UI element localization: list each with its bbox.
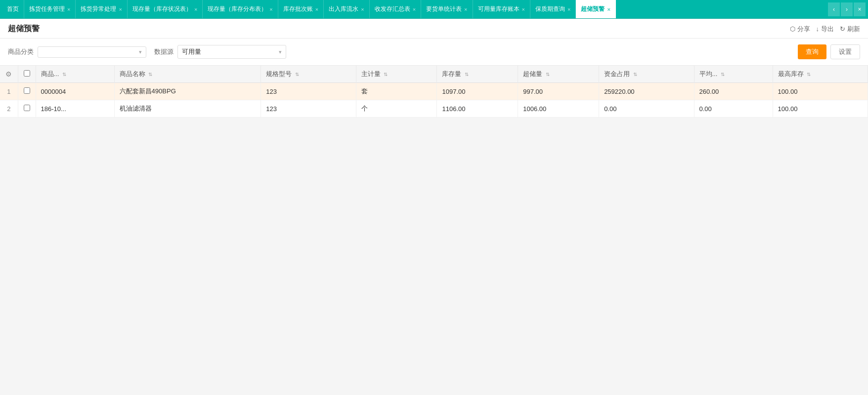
page-title: 超储预警 xyxy=(8,24,40,34)
col-max-stock-label: 最高库存 xyxy=(778,70,804,78)
col-header-stock[interactable]: 库存量 ⇅ xyxy=(437,66,518,83)
col-code-label: 商品... xyxy=(41,70,59,78)
nav-tab-expiry-close[interactable]: × xyxy=(567,6,570,12)
nav-close-button[interactable]: × xyxy=(854,2,866,16)
nav-tab-batch[interactable]: 库存批次账 × xyxy=(278,0,324,19)
col-header-capital[interactable]: 资金占用 ⇅ xyxy=(599,66,694,83)
nav-tab-stock-dist-label: 现存量（库存分布表） xyxy=(208,5,267,13)
nav-tab-order-stat[interactable]: 要货单统计表 × xyxy=(421,0,473,19)
table-row: 2 186-10... 机油滤清器 123 个 1106.00 1006.00 … xyxy=(0,100,868,118)
refresh-button[interactable]: ↻ 刷新 xyxy=(840,25,860,34)
col-name-sort-icon: ⇅ xyxy=(148,72,152,77)
row-checkbox-0[interactable] xyxy=(24,87,30,94)
col-name-label: 商品名称 xyxy=(120,70,145,78)
datasource-label: 数据源 xyxy=(154,47,174,56)
overstock-table: ⚙ 商品... ⇅ 商品名称 ⇅ 规格型号 ⇅ 主计量 xyxy=(0,66,868,118)
nav-tab-order-stat-close[interactable]: × xyxy=(464,6,467,12)
refresh-icon: ↻ xyxy=(840,25,845,33)
datasource-select[interactable]: 可用量 ▾ xyxy=(177,45,286,59)
category-select[interactable]: ▾ xyxy=(38,46,146,58)
row-checkbox-cell-1[interactable] xyxy=(18,100,36,118)
nav-tab-order-stat-label: 要货单统计表 xyxy=(426,5,462,13)
col-overstock-sort-icon: ⇅ xyxy=(546,72,550,77)
row-num-0: 1 xyxy=(0,83,18,100)
category-label: 商品分类 xyxy=(8,47,34,56)
nav-tab-stock-status-close[interactable]: × xyxy=(194,6,197,12)
col-settings[interactable]: ⚙ xyxy=(0,66,18,83)
col-header-avg[interactable]: 平均... ⇅ xyxy=(694,66,773,83)
row-avg-0: 260.00 xyxy=(694,83,773,100)
col-capital-sort-icon: ⇅ xyxy=(633,72,637,77)
settings-button[interactable]: 设置 xyxy=(830,44,860,59)
settings-gear-icon: ⚙ xyxy=(5,70,12,78)
nav-next-button[interactable]: › xyxy=(841,2,853,16)
export-button[interactable]: ↓ 导出 xyxy=(816,25,834,34)
datasource-chevron-icon: ▾ xyxy=(279,49,282,55)
table-container: ⚙ 商品... ⇅ 商品名称 ⇅ 规格型号 ⇅ 主计量 xyxy=(0,66,868,118)
col-spec-sort-icon: ⇅ xyxy=(295,72,299,77)
filter-bar: 商品分类 ▾ 数据源 可用量 ▾ 查询 设置 xyxy=(0,39,868,66)
table-header-row: ⚙ 商品... ⇅ 商品名称 ⇅ 规格型号 ⇅ 主计量 xyxy=(0,66,868,83)
col-select-all[interactable] xyxy=(18,66,36,83)
nav-tab-task-mgmt-close[interactable]: × xyxy=(67,6,70,12)
nav-tab-expiry-label: 保质期查询 xyxy=(535,5,565,13)
row-checkbox-cell-0[interactable] xyxy=(18,83,36,100)
row-unit-0: 套 xyxy=(356,83,437,100)
table-body: 1 0000004 六配套新昌490BPG 123 套 1097.00 997.… xyxy=(0,83,868,118)
share-button[interactable]: ⬡ 分享 xyxy=(790,25,810,34)
nav-tab-inout[interactable]: 出入库流水 × xyxy=(324,0,369,19)
query-button[interactable]: 查询 xyxy=(798,44,826,59)
nav-tab-collect-close[interactable]: × xyxy=(413,6,416,12)
nav-tab-inout-close[interactable]: × xyxy=(361,6,364,12)
col-header-overstock[interactable]: 超储量 ⇅ xyxy=(518,66,599,83)
row-num-1: 2 xyxy=(0,100,18,118)
nav-prev-button[interactable]: ‹ xyxy=(828,2,840,16)
row-checkbox-1[interactable] xyxy=(24,105,30,111)
page-header: 超储预警 ⬡ 分享 ↓ 导出 ↻ 刷新 xyxy=(0,19,868,39)
nav-tab-overstock-close[interactable]: × xyxy=(607,6,610,12)
header-actions: ⬡ 分享 ↓ 导出 ↻ 刷新 xyxy=(790,25,861,34)
nav-tab-stock-dist[interactable]: 现存量（库存分布表） × xyxy=(203,0,278,19)
nav-tab-inout-label: 出入库流水 xyxy=(329,5,358,13)
col-code-sort-icon: ⇅ xyxy=(62,72,66,77)
col-max-stock-sort-icon: ⇅ xyxy=(807,72,811,77)
datasource-value: 可用量 xyxy=(182,47,201,56)
nav-tab-collect[interactable]: 收发存汇总表 × xyxy=(370,0,421,19)
nav-tab-abnormal-label: 拣货异常处理 xyxy=(81,5,116,13)
col-spec-label: 规格型号 xyxy=(266,70,292,78)
col-header-unit[interactable]: 主计量 ⇅ xyxy=(356,66,437,83)
select-all-checkbox[interactable] xyxy=(24,70,30,77)
col-header-code[interactable]: 商品... ⇅ xyxy=(36,66,114,83)
nav-tab-overstock-label: 超储预警 xyxy=(581,5,605,13)
row-stock-1: 1106.00 xyxy=(437,100,518,118)
top-navigation: 首页 拣货任务管理 × 拣货异常处理 × 现存量（库存状况表） × 现存量（库存… xyxy=(0,0,868,19)
col-unit-sort-icon: ⇅ xyxy=(384,72,388,77)
nav-tab-avail-ledger-close[interactable]: × xyxy=(522,6,525,12)
nav-tab-home[interactable]: 首页 xyxy=(2,0,24,19)
nav-tab-stock-status-label: 现存量（库存状况表） xyxy=(132,5,192,13)
category-chevron-icon: ▾ xyxy=(139,49,142,55)
row-name-0: 六配套新昌490BPG xyxy=(114,83,261,100)
nav-tab-batch-close[interactable]: × xyxy=(315,6,318,12)
col-stock-label: 库存量 xyxy=(442,70,461,78)
share-icon: ⬡ xyxy=(790,25,795,33)
row-stock-0: 1097.00 xyxy=(437,83,518,100)
nav-tab-stock-status[interactable]: 现存量（库存状况表） × xyxy=(128,0,203,19)
nav-tab-avail-ledger[interactable]: 可用量库存账本 × xyxy=(473,0,530,19)
nav-tab-overstock[interactable]: 超储预警 × xyxy=(576,0,615,19)
row-code-1: 186-10... xyxy=(36,100,114,118)
col-header-name[interactable]: 商品名称 ⇅ xyxy=(114,66,261,83)
nav-tab-abnormal[interactable]: 拣货异常处理 × xyxy=(76,0,127,19)
col-overstock-label: 超储量 xyxy=(523,70,542,78)
table-row: 1 0000004 六配套新昌490BPG 123 套 1097.00 997.… xyxy=(0,83,868,100)
nav-tab-batch-label: 库存批次账 xyxy=(283,5,313,13)
col-header-spec[interactable]: 规格型号 ⇅ xyxy=(261,66,356,83)
nav-tab-expiry[interactable]: 保质期查询 × xyxy=(530,0,576,19)
nav-tab-stock-dist-close[interactable]: × xyxy=(269,6,272,12)
filter-actions: 查询 设置 xyxy=(798,44,860,59)
col-unit-label: 主计量 xyxy=(361,70,381,78)
nav-tab-abnormal-close[interactable]: × xyxy=(119,6,122,12)
col-header-max-stock[interactable]: 最高库存 ⇅ xyxy=(773,66,868,83)
col-avg-sort-icon: ⇅ xyxy=(721,72,725,77)
nav-tab-task-mgmt[interactable]: 拣货任务管理 × xyxy=(24,0,76,19)
